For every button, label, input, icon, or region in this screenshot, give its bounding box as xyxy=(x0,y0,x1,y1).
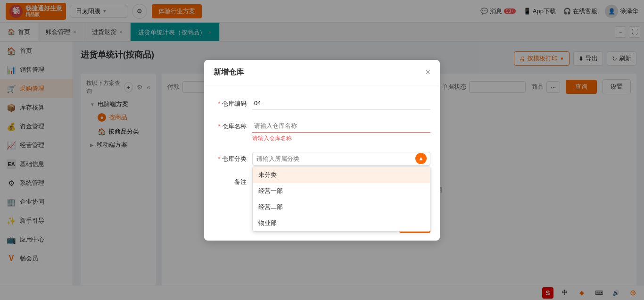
new-warehouse-modal: 新增仓库 × 仓库编码 仓库名称 请输入仓库名称 仓库分类 xyxy=(204,60,440,241)
category-label: 仓库分类 xyxy=(214,152,247,163)
category-control: ▲ 未分类 经营一部 经营二部 物业部 xyxy=(252,152,430,166)
code-input[interactable] xyxy=(252,97,430,110)
category-input[interactable] xyxy=(252,152,430,166)
dropdown-item-uncategorized[interactable]: 未分类 xyxy=(253,167,430,183)
dropdown-item-dept2[interactable]: 经营二部 xyxy=(253,199,430,215)
modal-title: 新增仓库 xyxy=(214,67,244,77)
modal-overlay: 新增仓库 × 仓库编码 仓库名称 请输入仓库名称 仓库分类 xyxy=(0,0,644,300)
chevron-up-icon: ▲ xyxy=(418,155,424,162)
name-input[interactable] xyxy=(252,119,430,133)
code-row: 仓库编码 xyxy=(214,97,430,110)
note-label: 备注 xyxy=(214,175,247,186)
name-label: 仓库名称 xyxy=(214,119,247,131)
name-row: 仓库名称 请输入仓库名称 xyxy=(214,119,430,142)
name-control: 请输入仓库名称 xyxy=(252,119,430,142)
code-label: 仓库编码 xyxy=(214,97,247,108)
modal-body: 仓库编码 仓库名称 请输入仓库名称 仓库分类 ▲ xyxy=(204,85,440,212)
category-row: 仓库分类 ▲ 未分类 经营一部 经 xyxy=(214,152,430,166)
dropdown-item-dept1[interactable]: 经营一部 xyxy=(253,183,430,199)
dropdown-item-property[interactable]: 物业部 xyxy=(253,215,430,231)
modal-close-button[interactable]: × xyxy=(425,68,430,76)
category-dropdown: 未分类 经营一部 经营二部 物业部 xyxy=(252,167,430,232)
code-control xyxy=(252,97,430,110)
category-toggle-button[interactable]: ▲ xyxy=(415,153,427,164)
modal-header: 新增仓库 × xyxy=(204,60,440,85)
name-error-msg: 请输入仓库名称 xyxy=(252,134,430,142)
